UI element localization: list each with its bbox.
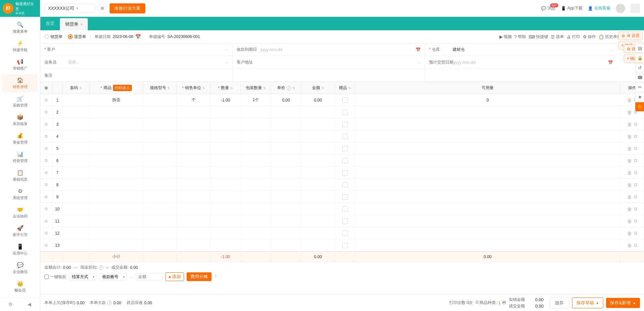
sidebar-item-inventory[interactable]: 📦 库存核算 [2, 111, 38, 129]
fee-help-icon[interactable]: ? [214, 274, 217, 279]
row1-product[interactable]: 拆贡 [89, 94, 143, 106]
panel-btn-3[interactable]: ↺ [635, 63, 644, 72]
date-calendar-icon[interactable]: 📅 [135, 34, 141, 39]
row1-gift[interactable] [335, 94, 355, 106]
sidebar-item-purchase[interactable]: 🛒 采购管理 [2, 93, 38, 111]
panel-btn-4[interactable]: ☎ [635, 73, 644, 82]
row1-spec[interactable] [143, 94, 177, 106]
sidebar-item-search[interactable]: 🔍 搜索菜单 [2, 19, 38, 37]
th-settings[interactable]: ⚙ [40, 82, 52, 94]
message-btn[interactable]: 💬 消息 99+ [541, 5, 556, 11]
payment-dots-icon[interactable]: ··· [129, 274, 133, 279]
amount-sort-icon[interactable]: ⇅ [321, 86, 324, 90]
panel-btn-6[interactable]: ★ [635, 92, 644, 102]
expected-date-input[interactable]: yyyy-mm-dd 📅 [453, 60, 613, 65]
row1-barcode[interactable] [63, 94, 89, 106]
company-selector[interactable]: XXXXXX公司 ▾ [44, 4, 95, 13]
row1-unit[interactable]: 个 [177, 94, 211, 106]
sidebar-item-sales[interactable]: 🏠 销售管理 [2, 74, 38, 92]
save-draft-button[interactable]: 保存草稿 ▲ [572, 298, 604, 308]
help-link[interactable]: ? 帮助 [515, 34, 526, 40]
gift-sort-icon[interactable]: ⇅ [348, 86, 351, 90]
panel-btn-orange[interactable]: 🔶 [635, 102, 644, 111]
customer-input[interactable]: ··· [68, 47, 228, 52]
print-link[interactable]: 🖨 打印 [567, 34, 580, 40]
panel-btn-2[interactable]: 🔒 [635, 53, 644, 63]
sidebar-settings-btn[interactable]: ⚙ [2, 300, 19, 308]
tab-close-icon[interactable]: × [80, 22, 82, 26]
panel-btn-1[interactable]: ▤ [635, 44, 644, 53]
addr-dots-icon[interactable]: ··· [417, 60, 421, 65]
sidebar-item-finance[interactable]: 💰 资金管理 [2, 130, 38, 148]
sidebar-item-marketing[interactable]: 📢 营销推广 [2, 56, 38, 74]
sidebar-item-enterprise[interactable]: 🤝 企业协同 [2, 204, 38, 222]
online-service-btn[interactable]: 👤 在线客服 [588, 5, 610, 11]
row2-unit[interactable] [177, 106, 211, 118]
price-sort-icon[interactable]: ⇅ [293, 86, 295, 90]
row2-amount[interactable] [301, 106, 335, 118]
radio-sale[interactable]: 销货单 [44, 34, 63, 40]
app-download-btn[interactable]: 📱 App下载 [561, 5, 582, 11]
scan-btn[interactable]: 扫码录入 [113, 85, 132, 91]
radio-return[interactable]: 退货单 [68, 34, 86, 40]
operate-link[interactable]: ⚙ 操作 [583, 34, 596, 40]
row1-amount[interactable]: 0.00 [301, 94, 335, 106]
fee-split-btn[interactable]: 费用分摊 [187, 272, 212, 281]
sidebar-item-basic[interactable]: 📋 基础信息 [2, 167, 38, 185]
customer-addr-input[interactable]: ··· [260, 60, 421, 65]
salesperson-input[interactable]: 选择... ··· [68, 60, 228, 65]
one-click-pay-check[interactable]: 一键收款 [44, 274, 66, 280]
row1-price[interactable]: 0.00 [271, 94, 301, 106]
price-info-icon[interactable]: i [287, 86, 291, 90]
payment-method-select[interactable]: 结算方式 [69, 273, 97, 280]
row2-settings[interactable]: ⚙ [40, 106, 52, 118]
expected-calendar-icon[interactable]: 📅 [608, 60, 613, 65]
row2-spec[interactable] [143, 106, 177, 118]
header-settings-btn[interactable]: ⚙ [98, 4, 107, 13]
payment-calendar-icon[interactable]: 📅 [416, 47, 421, 52]
sidebar-collapse-btn[interactable]: ◀ [21, 300, 38, 308]
sidebar-item-system[interactable]: ⚙ 系统管理 [2, 185, 38, 203]
spec-sort-icon[interactable]: ⇅ [167, 86, 170, 90]
payment-amount-input[interactable] [136, 273, 163, 280]
row2-pkgqty[interactable] [241, 106, 271, 118]
one-click-pay-checkbox[interactable] [44, 275, 49, 279]
row2-delete-icon[interactable]: 🗑 [627, 110, 632, 115]
sidebar-item-quick-nav[interactable]: ⚡ 快捷导航 [2, 37, 38, 55]
panel-btn-5[interactable]: ✏ [635, 83, 644, 92]
tab-sale-order[interactable]: 销货单 × [60, 18, 88, 30]
save-new-button[interactable]: 保存&新增 ▲ [606, 298, 640, 308]
tab-home[interactable]: 首页 [40, 17, 60, 30]
total-owe-info-icon[interactable]: ? [107, 301, 112, 305]
payment-account-select[interactable]: 收款账号 [99, 273, 127, 280]
payment-due-input[interactable]: yyyy-mm-dd 📅 [260, 47, 421, 52]
sidebar-item-member[interactable]: 👑 畅会员 [2, 278, 38, 296]
customer-dots-icon[interactable]: ··· [225, 47, 228, 52]
video-link[interactable]: ▶ 视频 [499, 34, 512, 40]
user-menu-btn[interactable] [631, 4, 640, 13]
warehouse-input[interactable]: 建材仓 ··· [453, 47, 613, 52]
user-avatar[interactable] [616, 4, 625, 13]
unit-sort-icon[interactable]: ⇅ [202, 86, 205, 90]
trial-button[interactable]: 体验行业方案 [110, 3, 145, 13]
row1-gift-checkbox[interactable] [342, 98, 348, 103]
abandon-button[interactable]: 放弃 [549, 298, 569, 308]
sidebar-item-wechat[interactable]: 💬 企业微信 [2, 259, 38, 277]
row1-settings[interactable]: ⚙ [40, 94, 52, 106]
sidebar-item-operations[interactable]: 📊 经营管理 [2, 148, 38, 166]
row2-gift[interactable] [335, 106, 355, 118]
shortcut-link[interactable]: ⌨ 快捷键 [529, 34, 548, 40]
sidebar-item-appstore[interactable]: 📱 应用中心 [2, 241, 38, 259]
row2-qty[interactable] [211, 106, 241, 118]
settings-button[interactable]: ⚙ ⚙ 设置 [618, 32, 643, 40]
sidebar-item-guide[interactable]: 🚀 新手引导 [2, 222, 38, 240]
row1-qty[interactable]: -1.00 [211, 94, 241, 106]
row2-product[interactable] [89, 106, 143, 118]
row1-delete-icon[interactable]: 🗑 [627, 98, 632, 103]
choose-link[interactable]: ☰ 选单 [551, 34, 564, 40]
barcode-sort-icon[interactable]: ⇅ [79, 86, 82, 90]
cash-discount-info-icon[interactable]: ? [99, 265, 104, 270]
qty-sort-icon[interactable]: ⇅ [230, 86, 233, 90]
salesperson-dots-icon[interactable]: ··· [225, 60, 228, 65]
row2-price[interactable] [271, 106, 301, 118]
